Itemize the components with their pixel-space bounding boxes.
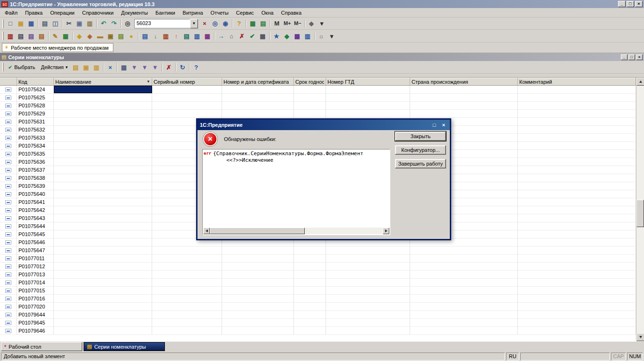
cell-col-2[interactable] <box>152 247 222 254</box>
cell-col-2[interactable] <box>152 102 222 109</box>
open-icon[interactable]: ▣ <box>16 18 26 29</box>
cell-col-4[interactable] <box>294 303 326 310</box>
cell-col-7[interactable] <box>518 271 636 278</box>
cell-col-1[interactable] <box>54 150 152 158</box>
dialog-close-button[interactable]: Закрыть <box>395 132 446 141</box>
cell-col-5[interactable] <box>326 319 410 326</box>
cell-col-4[interactable] <box>294 94 326 101</box>
cell-code[interactable]: P01075640 <box>17 190 54 198</box>
cell-col-7[interactable] <box>518 174 636 182</box>
cell-code[interactable]: P01077016 <box>17 295 54 302</box>
filter-by-value-icon[interactable]: ▼ <box>139 62 150 72</box>
print-tags-icon[interactable]: ▤ <box>36 31 47 41</box>
cell-col-5[interactable] <box>326 271 410 278</box>
cell-code[interactable]: P01075633 <box>17 134 54 141</box>
supplier-invoice-icon[interactable]: ▥ <box>161 31 171 41</box>
cell-col-3[interactable] <box>222 255 294 262</box>
cell-code[interactable]: P01075628 <box>17 102 54 109</box>
scroll-down-icon[interactable] <box>636 333 644 341</box>
cell-col-7[interactable] <box>518 150 636 158</box>
mdi-minimize-button[interactable]: _ <box>621 54 627 60</box>
cell-col-1[interactable] <box>54 230 152 238</box>
cell-col-1[interactable] <box>54 182 152 190</box>
cell-col-7[interactable] <box>518 319 636 326</box>
cell-code[interactable]: P01077013 <box>17 271 54 278</box>
cell-col-1[interactable] <box>54 255 152 262</box>
cell-col-7[interactable] <box>518 182 636 190</box>
cell-col-1[interactable] <box>54 110 152 117</box>
cell-col-7[interactable] <box>518 255 636 262</box>
cell-code[interactable]: P01075638 <box>17 174 54 182</box>
cash-register-icon[interactable]: ▣ <box>105 31 116 41</box>
cell-col-7[interactable] <box>518 134 636 141</box>
scroll-up-icon[interactable] <box>636 78 644 86</box>
cell-col-7[interactable] <box>518 214 636 222</box>
vertical-scroll-track[interactable] <box>636 86 644 333</box>
table-row[interactable]: P01075625 <box>0 94 636 102</box>
vertical-scrollbar[interactable] <box>636 78 644 341</box>
cell-col-6[interactable] <box>410 255 518 262</box>
table-row[interactable]: P01077016 <box>0 295 636 303</box>
dialog-terminate-button[interactable]: Завершить работу <box>395 159 446 168</box>
cell-col-3[interactable] <box>222 319 294 326</box>
cell-col-6[interactable] <box>410 263 518 270</box>
cell-col-7[interactable] <box>518 247 636 254</box>
cell-col-3[interactable] <box>222 110 294 117</box>
cell-col-1[interactable] <box>54 303 152 310</box>
filter-history-icon[interactable]: ▼ <box>150 62 160 72</box>
cell-col-6[interactable] <box>410 271 518 278</box>
advance-report-icon[interactable]: ▤ <box>116 31 126 41</box>
table-row[interactable]: P01077013 <box>0 271 636 279</box>
goods-issue-icon[interactable]: ↑ <box>171 31 181 41</box>
cell-col-2[interactable] <box>152 319 222 326</box>
cell-col-5[interactable] <box>326 247 410 254</box>
payment-card-icon[interactable]: ▬ <box>95 31 105 41</box>
cell-code[interactable]: P01075632 <box>17 126 54 133</box>
cell-col-5[interactable] <box>326 255 410 262</box>
toolbar-options-icon[interactable]: ▾ <box>317 18 327 29</box>
actions-button[interactable]: Действия ▾ <box>38 62 71 72</box>
new-document-icon[interactable]: □ <box>5 18 16 29</box>
cell-code[interactable]: P01079644 <box>17 311 54 318</box>
menu-reports[interactable]: Отчеты <box>207 9 232 17</box>
table-row[interactable]: P01075628 <box>0 102 636 110</box>
delete-icon[interactable]: × <box>105 62 115 72</box>
cell-col-1[interactable] <box>54 134 152 141</box>
cell-code[interactable]: P01075646 <box>17 238 54 246</box>
find-next-icon[interactable]: ◎ <box>210 18 220 29</box>
clear-filter-icon[interactable]: ✗ <box>163 62 174 72</box>
sales-report-icon[interactable]: ▥ <box>302 31 313 41</box>
cell-col-3[interactable] <box>222 287 294 294</box>
cell-col-7[interactable] <box>518 142 636 150</box>
filter-icon[interactable]: ▼ <box>129 62 139 72</box>
cell-code[interactable]: P01075624 <box>17 86 54 93</box>
cell-col-7[interactable] <box>518 190 636 198</box>
column-header-2[interactable]: Серийный номер <box>152 78 222 85</box>
cell-col-2[interactable] <box>152 86 222 93</box>
horizontal-scrollbar[interactable] <box>203 228 389 234</box>
cell-col-5[interactable] <box>326 94 410 101</box>
cell-code[interactable]: P01075629 <box>17 110 54 117</box>
cell-col-2[interactable] <box>152 303 222 310</box>
cell-col-6[interactable] <box>410 311 518 318</box>
cell-col-7[interactable] <box>518 230 636 238</box>
redo-icon[interactable]: ↷ <box>109 18 119 29</box>
restore-button[interactable]: □ <box>627 1 634 7</box>
cell-code[interactable]: P01075645 <box>17 230 54 238</box>
cell-col-5[interactable] <box>326 287 410 294</box>
menu-vitrina[interactable]: Витрина <box>179 9 207 17</box>
cell-col-2[interactable] <box>152 110 222 117</box>
cell-code[interactable]: P01079646 <box>17 327 54 335</box>
nomenclature-icon[interactable]: ◆ <box>282 31 292 41</box>
workspace-dock-tab[interactable]: ☀ Рабочее место менеджера по продажам <box>2 43 113 52</box>
cell-col-7[interactable] <box>518 102 636 109</box>
print-preview-icon[interactable]: ◫ <box>50 18 60 29</box>
cell-col-5[interactable] <box>326 311 410 318</box>
cash-in-icon[interactable]: ◆ <box>74 31 85 41</box>
cell-col-7[interactable] <box>518 166 636 174</box>
cell-code[interactable]: P01077012 <box>17 263 54 270</box>
cell-col-2[interactable] <box>152 295 222 302</box>
column-header-0[interactable]: Код <box>17 78 54 85</box>
cell-col-1[interactable] <box>54 198 152 206</box>
hierarchy-list-icon[interactable]: ▤ <box>70 62 81 72</box>
